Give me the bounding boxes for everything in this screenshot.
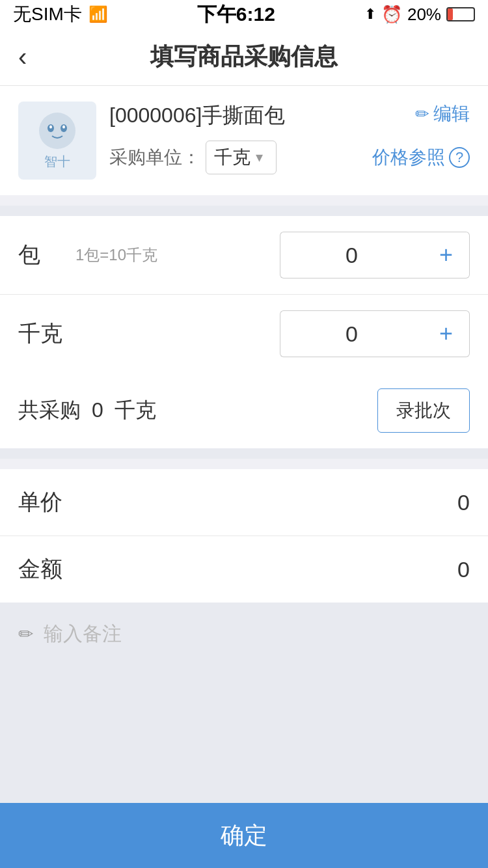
unit-value: 千克	[214, 145, 251, 170]
battery-percent: 20%	[407, 5, 441, 25]
status-right: ⬆ ⏰ 20%	[364, 5, 475, 25]
svg-point-3	[49, 125, 52, 128]
summary-prefix: 共采购	[18, 398, 81, 422]
summary-quantity: 0	[92, 398, 103, 422]
bao-sublabel: 1包=10千克	[75, 245, 280, 265]
bao-label: 包	[18, 240, 70, 270]
product-info: [0000006]手撕面包 ✏ 编辑 采购单位： 千克 ▾ 价格参照 ?	[109, 102, 470, 174]
edit-button[interactable]: ✏ 编辑	[415, 102, 470, 126]
status-time: 下午6:12	[197, 1, 275, 28]
product-card: 智十 [0000006]手撕面包 ✏ 编辑 采购单位： 千克 ▾	[0, 86, 488, 195]
remark-placeholder: 输入备注	[44, 621, 122, 647]
kg-quantity-value: 0	[346, 321, 358, 347]
unit-select[interactable]: 千克 ▾	[206, 141, 277, 174]
page-title: 填写商品采购信息	[150, 41, 338, 73]
unit-price-label: 单价	[18, 487, 62, 517]
product-name: [0000006]手撕面包	[109, 102, 285, 130]
back-button[interactable]: ‹	[18, 42, 27, 72]
carrier-text: 无SIM卡	[13, 2, 82, 27]
kg-input-row: 千克 0 +	[0, 295, 488, 373]
status-left: 无SIM卡 📶	[13, 2, 108, 27]
edit-label: 编辑	[433, 102, 470, 126]
wifi-icon: 📶	[88, 5, 108, 23]
section-divider-2	[0, 448, 488, 459]
unit-price-value: 0	[457, 490, 470, 515]
svg-point-4	[62, 125, 65, 128]
confirm-label: 确定	[221, 820, 267, 852]
product-header: [0000006]手撕面包 ✏ 编辑	[109, 102, 470, 130]
kg-quantity-input[interactable]: 0	[280, 310, 423, 357]
content: 智十 [0000006]手撕面包 ✏ 编辑 采购单位： 千克 ▾	[0, 86, 488, 868]
unit-label: 采购单位：	[109, 145, 200, 170]
bao-plus-button[interactable]: +	[423, 232, 470, 278]
dropdown-arrow-icon: ▾	[256, 149, 263, 166]
price-ref-button[interactable]: 价格参照 ?	[372, 145, 470, 170]
summary-row: 共采购 0 千克 录批次	[0, 373, 488, 448]
unit-price-row: 单价 0	[0, 469, 488, 536]
section-divider-1	[0, 206, 488, 216]
batch-button[interactable]: 录批次	[377, 388, 470, 433]
product-logo: 智十	[38, 111, 77, 170]
confirm-button[interactable]: 确定	[0, 803, 488, 868]
kg-input-area: 0 +	[280, 310, 470, 357]
edit-icon: ✏	[415, 104, 429, 124]
summary-text: 共采购 0 千克	[18, 396, 156, 425]
bao-quantity-value: 0	[346, 243, 358, 268]
summary-unit: 千克	[115, 398, 156, 422]
amount-value: 0	[457, 557, 470, 582]
bao-input-area: 0 +	[280, 232, 470, 278]
alarm-icon: ⏰	[381, 5, 402, 25]
svg-point-0	[39, 113, 75, 149]
bao-input-row: 包 1包=10千克 0 +	[0, 216, 488, 295]
kg-plus-button[interactable]: +	[423, 310, 470, 357]
nav-bar: ‹ 填写商品采购信息	[0, 29, 488, 86]
input-section: 包 1包=10千克 0 + 千克 0 +	[0, 216, 488, 373]
kg-label: 千克	[18, 319, 70, 349]
remark-section[interactable]: ✏ 输入备注	[0, 603, 488, 666]
price-info-section: 单价 0 金额 0	[0, 469, 488, 603]
product-image: 智十	[18, 102, 96, 180]
battery-icon	[446, 7, 475, 21]
pencil-icon: ✏	[18, 623, 33, 645]
price-ref-label: 价格参照	[372, 145, 445, 170]
amount-label: 金额	[18, 554, 62, 584]
amount-row: 金额 0	[0, 536, 488, 603]
help-icon: ?	[449, 147, 470, 168]
status-bar: 无SIM卡 📶 下午6:12 ⬆ ⏰ 20%	[0, 0, 488, 29]
location-icon: ⬆	[364, 6, 376, 23]
bao-quantity-input[interactable]: 0	[280, 232, 423, 278]
product-unit-row: 采购单位： 千克 ▾ 价格参照 ?	[109, 141, 470, 174]
